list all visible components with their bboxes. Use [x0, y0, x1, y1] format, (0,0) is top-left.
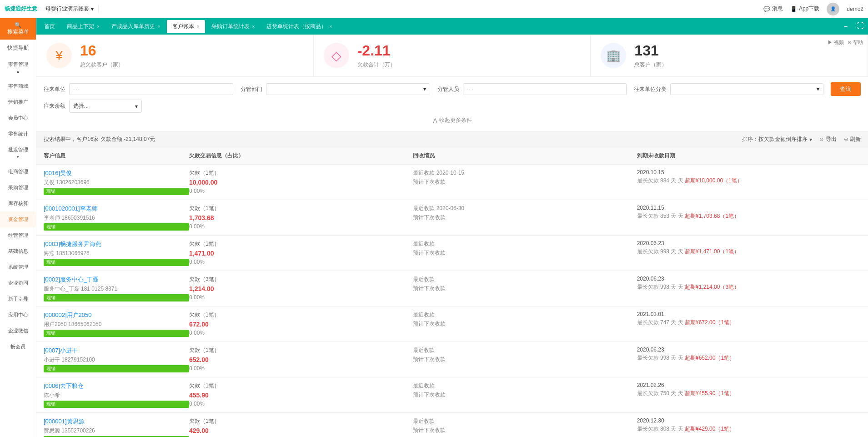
tab-maximize-btn[interactable]: ⛶ [855, 22, 866, 31]
sidebar-item-sys-mgmt[interactable]: 系统管理 [0, 259, 36, 275]
collapse-btn[interactable]: ⋀ 收起更多条件 [44, 116, 861, 124]
search-menu-label: 搜索菜单 [4, 28, 32, 36]
next-payment-label: 预计下次收款 [413, 214, 446, 221]
debt-ratio: 0.00% [189, 294, 413, 301]
export-btn[interactable]: ⊙ 导出 [819, 136, 836, 143]
debt-amount[interactable]: 672.00 [189, 321, 413, 328]
sidebar-search-btn[interactable]: 🔍 搜索菜单 [0, 18, 36, 40]
customer-name-link[interactable]: [000001]黄思源 [44, 417, 189, 426]
tab-inbound-stats[interactable]: 进货单统计表（按商品） × [261, 20, 337, 33]
tab-product-in-history[interactable]: 产成品入库单历史 × [106, 20, 166, 33]
stat-overdue-customers: ¥ 16 总欠款客户（家） [36, 35, 314, 76]
video-btn[interactable]: ▶ 视频 [828, 39, 844, 46]
customer-name-link[interactable]: [0007]小进干 [44, 347, 189, 355]
sidebar-item-member-card[interactable]: 畅会员 [0, 339, 36, 355]
store-selector[interactable]: 母婴行业演示账套 ▾ [41, 5, 99, 13]
sidebar-item-new-guide[interactable]: 新手引导 [0, 291, 36, 307]
tab-close-customer-account[interactable]: × [197, 24, 200, 29]
sidebar-item-marketing[interactable]: 营销推广 [0, 94, 36, 110]
sidebar-item-quicknav[interactable]: 快捷导航 [0, 40, 36, 56]
debt-amount[interactable]: 10,000.00 [189, 179, 413, 186]
app-download-btn[interactable]: 📱 App下载 [790, 5, 819, 13]
tab-close-purchase-order[interactable]: × [252, 24, 255, 29]
last-payment-row: 最近收款 [413, 311, 637, 319]
sidebar-item-ecommerce[interactable]: 电商管理 [0, 164, 36, 180]
message-btn[interactable]: 💬 消息 [763, 5, 783, 13]
customer-info-0: [0016]吴俊 吴俊 13026203696 现销 [44, 169, 189, 195]
next-payment-row: 预计下次收款 [413, 285, 637, 292]
overdue-link[interactable]: 超期¥1,214.00（3笔） [685, 284, 739, 290]
tab-customer-account[interactable]: 客户账本 × [167, 20, 205, 33]
department-label: 分管部门 [241, 85, 262, 93]
tab-products-offline[interactable]: 商品上下架 × [61, 20, 105, 33]
sidebar-item-retail-stats[interactable]: 零售统计 [0, 126, 36, 142]
tab-close-products-offline[interactable]: × [97, 24, 100, 29]
help-btn[interactable]: ⊘ 帮助 [848, 39, 863, 46]
sidebar-item-app-center[interactable]: 应用中心 [0, 307, 36, 323]
sidebar-item-retail-mgmt[interactable]: 零售管理 ▲ [0, 56, 36, 78]
tab-purchase-order[interactable]: 采购订单统计表 × [206, 20, 261, 33]
debt-info-2: 欠款（1笔） 1,471.00 0.00% [189, 240, 413, 265]
debt-amount[interactable]: 1,703.68 [189, 214, 413, 221]
customer-name-link[interactable]: [0003]畅捷服务尹海燕 [44, 240, 189, 248]
tab-close-inbound-stats[interactable]: × [329, 24, 332, 29]
sidebar-item-finance[interactable]: 资金管理 [0, 211, 36, 227]
tab-home[interactable]: 首页 [39, 20, 60, 33]
col-recovery: 回收情况 [413, 152, 637, 160]
sidebar-item-purchase[interactable]: 采购管理 [0, 180, 36, 196]
col-customer-info: 客户信息 [44, 152, 189, 160]
customer-name-link[interactable]: [0002]服务中心_丁磊 [44, 276, 189, 284]
overdue-link[interactable]: 超期¥10,000.00（1笔） [685, 177, 743, 184]
due-date-value: 2020.11.15 [637, 205, 861, 211]
tab-minimize-btn[interactable]: － [840, 22, 851, 31]
table-row: [0001020001]李老师 李老师 18600391516 现销 欠款（1笔… [36, 200, 868, 236]
sidebar-item-ops[interactable]: 经营管理 [0, 227, 36, 243]
sidebar-item-retail-mall[interactable]: 零售商城 [0, 78, 36, 94]
debt-info-7: 欠款（1笔） 429.00 0.00% [189, 417, 413, 437]
sidebar-item-basic-info[interactable]: 基础信息 [0, 243, 36, 259]
results-bar: 搜索结果中，客户16家 欠款金额 -21,148.07元 排序：按欠款金额倒序排… [36, 132, 868, 147]
quicknav-label: 快捷导航 [7, 44, 29, 52]
debt-amount[interactable]: 652.00 [189, 356, 413, 363]
debt-amount[interactable]: 1,214.00 [189, 285, 413, 292]
table-row: [0016]吴俊 吴俊 13026203696 现销 欠款（1笔） 10,000… [36, 165, 868, 200]
debt-amount[interactable]: 429.00 [189, 427, 413, 434]
sidebar-item-batch-mgmt[interactable]: 批发管理 ▾ [0, 142, 36, 164]
overdue-link[interactable]: 超期¥652.00（1笔） [685, 355, 735, 361]
unit-category-select[interactable]: ▾ [670, 83, 823, 95]
tab-close-product-in-history[interactable]: × [158, 24, 161, 29]
debt-amount[interactable]: 455.90 [189, 392, 413, 399]
sidebar-item-enterprise[interactable]: 企业协同 [0, 275, 36, 291]
search-button[interactable]: 查询 [831, 82, 861, 96]
customer-name-link[interactable]: [0006]去下粮仓 [44, 382, 189, 390]
stat-card-actions: ▶ 视频 ⊘ 帮助 [828, 39, 863, 46]
person-input[interactable]: ··· [463, 83, 627, 95]
from-unit-input[interactable]: ··· [69, 83, 233, 95]
next-payment-row: 预计下次收款 [413, 178, 637, 186]
customer-name-link[interactable]: [000002]用户2050 [44, 311, 189, 319]
sidebar-item-enterprise-wx[interactable]: 企业微信 [0, 323, 36, 339]
recovery-info-4: 最近收款 预计下次收款 [413, 311, 637, 328]
debt-ratio: 0.00% [189, 401, 413, 407]
overdue-link[interactable]: 超期¥672.00（1笔） [685, 319, 735, 326]
overdue-link[interactable]: 超期¥455.90（1笔） [685, 390, 735, 397]
overdue-link[interactable]: 超期¥429.00（1笔） [685, 426, 735, 432]
refresh-btn[interactable]: ⊙ 刷新 [844, 136, 861, 143]
sort-selector[interactable]: 排序：按欠款金额倒序排序 ▾ [742, 136, 812, 143]
filter-group-person: 分管人员 ··· [437, 83, 627, 95]
balance-select[interactable]: 选择... ▾ [69, 100, 142, 113]
debt-amount[interactable]: 1,471.00 [189, 250, 413, 257]
sidebar-item-member-center[interactable]: 会员中心 [0, 110, 36, 126]
overdue-days: 最长欠款 998 天 天 超期¥1,214.00（3笔） [637, 283, 861, 291]
department-select[interactable]: ▾ [266, 83, 430, 95]
overdue-link[interactable]: 超期¥1,471.00（1笔） [685, 248, 739, 255]
overdue-link[interactable]: 超期¥1,703.68（1笔） [685, 213, 739, 219]
sidebar-item-inventory[interactable]: 库存核算 [0, 196, 36, 211]
customer-name-link[interactable]: [0016]吴俊 [44, 169, 189, 177]
next-payment-row: 预计下次收款 [413, 214, 637, 221]
customer-name-link[interactable]: [0001020001]李老师 [44, 205, 189, 213]
stat-icon-overdue: ¥ [45, 42, 73, 69]
overdue-amount-label: 欠款合计（万） [357, 61, 396, 69]
video-icon: ▶ [828, 40, 833, 45]
avatar[interactable]: 👤 [827, 3, 839, 15]
